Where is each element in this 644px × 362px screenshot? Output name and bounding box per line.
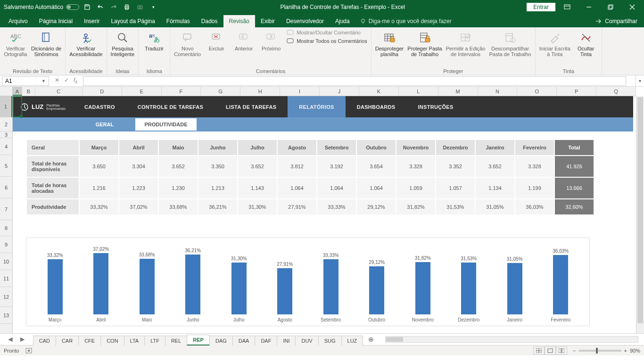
row-header[interactable]: 5 [0, 155, 12, 177]
ribbon-pesquisa-inteligente[interactable]: Pesquisa Inteligente [111, 29, 135, 57]
col-header[interactable]: F [162, 87, 201, 96]
col-header[interactable]: D [83, 87, 122, 96]
maximize-icon[interactable] [601, 0, 620, 14]
col-header[interactable]: M [438, 87, 478, 96]
sheet-tab[interactable]: DAG [209, 336, 233, 346]
accept-formula-icon[interactable]: ✓ [64, 77, 69, 84]
row-header[interactable]: 13 [0, 307, 12, 324]
row-header[interactable]: 8 [0, 220, 12, 236]
col-header[interactable]: B [22, 87, 35, 96]
workbook-tab[interactable]: CADASTRO [73, 96, 126, 117]
sheet-tab[interactable]: CAR [56, 336, 79, 346]
sheet-tab[interactable]: SUG [318, 336, 342, 346]
col-header[interactable]: A [13, 87, 22, 96]
col-header[interactable]: G [201, 87, 240, 96]
sheet-tab[interactable]: CAD [33, 336, 56, 346]
share-button[interactable]: Compartilhar [589, 15, 644, 27]
layout-view-icon[interactable] [545, 346, 556, 355]
sheet-nav-next-icon[interactable]: ► [17, 335, 28, 344]
ribbon-proteger-pasta-de-trabalho[interactable]: Proteger Pasta de Trabalho [407, 29, 442, 57]
row-header[interactable]: 6 [0, 177, 12, 198]
ribbon-traduzir[interactable]: aあTraduzir [142, 29, 166, 51]
sheet-tab[interactable]: REL [165, 336, 187, 346]
zoom-slider[interactable] [579, 350, 621, 352]
row-header[interactable]: 12 [0, 287, 12, 307]
vertical-scrollbar[interactable] [636, 96, 644, 333]
ribbon-dicion-rio-de-sin-nimos[interactable]: Dicionário de Sinônimos [31, 29, 61, 57]
sheet-nav-buttons[interactable]: ◄ ► [0, 335, 33, 344]
macro-icon[interactable] [25, 348, 32, 354]
row-header[interactable]: 3 [0, 132, 12, 138]
ribbon-display-icon[interactable] [557, 0, 577, 14]
menu-tab-desenvolvedor[interactable]: Desenvolvedor [281, 15, 330, 27]
signin-button[interactable]: Entrar [527, 3, 555, 11]
row-header[interactable]: 7 [0, 198, 12, 220]
zoom-level[interactable]: 90% [630, 348, 640, 354]
workbook-tab[interactable]: CONTROLE DE TAREFAS [126, 96, 215, 117]
col-header[interactable]: J [320, 87, 359, 96]
redo-icon[interactable] [108, 2, 119, 12]
workbook-subtab[interactable]: GERAL [74, 118, 135, 131]
zoom-out-icon[interactable]: − [573, 348, 576, 354]
row-header[interactable]: 4 [0, 138, 12, 155]
view-buttons[interactable] [533, 346, 567, 355]
workbook-tab[interactable]: LISTA DE TAREFAS [215, 96, 288, 117]
zoom-in-icon[interactable]: + [624, 348, 627, 354]
menu-tab-exibir[interactable]: Exibir [255, 15, 281, 27]
menu-tab-dados[interactable]: Dados [196, 15, 223, 27]
sheet-nav-prev-icon[interactable]: ◄ [5, 335, 16, 344]
ribbon-desproteger-planilha[interactable]: Desproteger planilha [375, 29, 404, 57]
productivity-chart[interactable]: 33,32%Março37,02%Abril33,68%Maio36,21%Ju… [26, 238, 590, 326]
menu-tab-pginainicial[interactable]: Página Inicial [33, 15, 78, 27]
sheet-tab[interactable]: CFE [78, 336, 101, 346]
select-all-corner[interactable] [0, 87, 13, 96]
row-headers[interactable]: 12345678910111213 [0, 87, 13, 333]
col-header[interactable]: Q [596, 87, 636, 96]
row-header[interactable]: 9 [0, 236, 12, 253]
sheet-tab[interactable]: INI [277, 336, 296, 346]
menu-tab-reviso[interactable]: Revisão [223, 15, 255, 27]
autosave-toggle[interactable] [66, 4, 79, 10]
column-headers[interactable]: ABCDEFGHIJKLMNOPQ [13, 87, 636, 96]
print-icon[interactable] [122, 2, 132, 12]
col-header[interactable]: K [359, 87, 399, 96]
qat-customize-icon[interactable]: ▾ [148, 2, 158, 12]
fx-icon[interactable]: fx [74, 77, 77, 84]
row-header[interactable]: 10 [0, 253, 12, 270]
add-sheet-button[interactable]: ⊕ [363, 336, 380, 343]
undo-icon[interactable] [95, 2, 106, 12]
sheet-tab[interactable]: DUV [295, 336, 318, 346]
name-box[interactable]: A1▼ [2, 76, 49, 86]
workbook-tab[interactable]: RELATÓRIOS [288, 96, 345, 117]
col-header[interactable]: O [517, 87, 557, 96]
menu-tab-frmulas[interactable]: Fórmulas [161, 15, 196, 27]
sheet-tab[interactable]: REP [187, 335, 210, 346]
tellme-search[interactable]: Diga-me o que você deseja fazer [355, 15, 456, 27]
ribbon-extra[interactable]: Mostrar Todos os Comentários [287, 38, 367, 44]
expand-formula-icon[interactable]: ▾ [636, 75, 644, 87]
menu-tab-ajuda[interactable]: Ajuda [330, 15, 355, 27]
ribbon-ocultar-tinta[interactable]: Ocultar Tinta [574, 29, 598, 57]
row-header[interactable]: 2 [0, 117, 12, 132]
sheet-tab[interactable]: DAA [232, 336, 256, 346]
col-header[interactable]: P [557, 87, 596, 96]
cancel-formula-icon[interactable]: ✕ [55, 77, 59, 84]
chevron-down-icon[interactable]: ▼ [41, 79, 46, 83]
ribbon-verificar-acessibilidade[interactable]: Verificar Acessibilidade [69, 29, 102, 57]
close-icon[interactable] [622, 0, 642, 14]
col-header[interactable]: I [280, 87, 320, 96]
sheet-tab[interactable]: LTA [124, 336, 145, 346]
sheet-tab[interactable]: LTF [144, 336, 165, 346]
normal-view-icon[interactable] [533, 346, 545, 355]
camera-icon[interactable] [135, 2, 145, 12]
formula-input[interactable] [83, 76, 626, 86]
sheet-tab[interactable]: DAF [255, 336, 277, 346]
zoom-controls[interactable]: − + 90% [573, 348, 640, 354]
row-header[interactable]: 11 [0, 270, 12, 287]
sheet-tab[interactable]: LUZ [341, 336, 363, 346]
sheet-tab[interactable]: CON [100, 336, 124, 346]
save-icon[interactable] [82, 2, 92, 12]
col-header[interactable]: E [122, 87, 162, 96]
row-header[interactable]: 1 [0, 96, 12, 117]
menu-tab-inserir[interactable]: Inserir [78, 15, 105, 27]
